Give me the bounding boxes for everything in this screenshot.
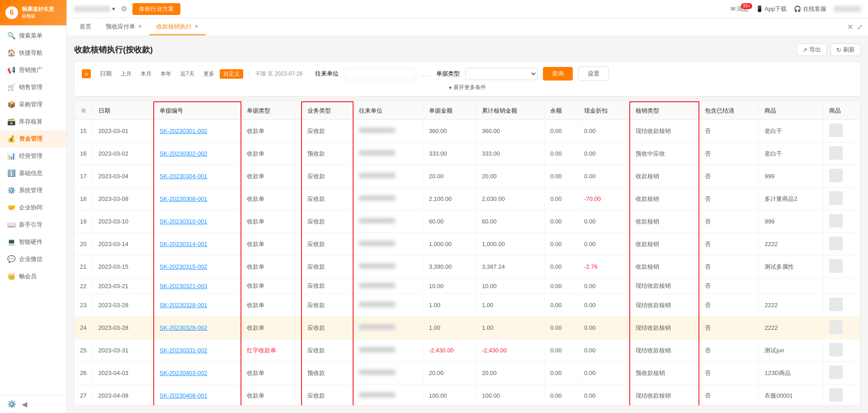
cell-order-no[interactable]: SK-20230328-001 xyxy=(154,294,241,317)
industry-solution-button[interactable]: 体验行业方案 xyxy=(132,3,180,15)
cell-order-no[interactable]: SK-20230314-001 xyxy=(154,233,241,256)
cell-product2 xyxy=(824,385,860,406)
tab-verify[interactable]: 收款核销执行 ✕ xyxy=(149,19,206,35)
tab-expand-icon[interactable]: ⤢ xyxy=(857,23,863,31)
cell-order-no[interactable]: SK-20230315-002 xyxy=(154,256,241,278)
cart-icon: 🛒 xyxy=(7,83,15,91)
cell-biz-type: 应收款 xyxy=(302,317,354,339)
cell-doc-type: 收款单 xyxy=(241,120,302,142)
date-btn-more[interactable]: 更多 xyxy=(200,69,218,79)
cell-order-no[interactable]: SK-20230302-002 xyxy=(154,142,241,165)
tab-home[interactable]: 首页 xyxy=(72,19,99,35)
cell-order-no[interactable]: SK-20230308-001 xyxy=(154,188,241,210)
tab-prepayment[interactable]: 预收应付单 ✕ xyxy=(99,19,149,35)
sidebar-item-marketing[interactable]: 📢 营销推广 xyxy=(0,62,66,79)
messages-badge[interactable]: ✉ 消息 99+ xyxy=(731,5,749,13)
dropdown-arrow-icon: ▾ xyxy=(112,5,115,12)
cell-verified-amount: 60.00 xyxy=(476,210,545,233)
col-header-balance: 余额 xyxy=(545,102,579,120)
sidebar-item-inventory[interactable]: 🗃️ 库存核算 xyxy=(0,113,66,130)
cell-product1: 多计量商品2 xyxy=(759,188,824,210)
cell-order-no[interactable]: SK-20230301-002 xyxy=(154,120,241,142)
cell-product2 xyxy=(824,339,860,362)
cell-doc-type: 收款单 xyxy=(241,188,302,210)
cell-balance: 0.00 xyxy=(545,385,579,406)
cell-order-no[interactable]: SK-20230304-001 xyxy=(154,165,241,188)
table-row: 152023-03-01SK-20230301-002收款单应收款360.003… xyxy=(75,120,860,142)
cell-cash-discount: 0.00 xyxy=(579,120,630,142)
cell-partner xyxy=(353,317,423,339)
workspace-dropdown[interactable]: ▾ xyxy=(74,5,115,12)
sidebar-item-guide[interactable]: 📖 新手引导 xyxy=(0,216,66,233)
sidebar-label-basic: 基础信息 xyxy=(19,169,42,177)
sidebar-item-quick-nav[interactable]: 🏠 快捷导航 xyxy=(0,44,66,62)
cell-order-no[interactable]: SK-20230310-001 xyxy=(154,210,241,233)
expand-conditions-button[interactable]: ▾ 展开更多条件 xyxy=(449,84,486,91)
sidebar-item-member[interactable]: 👑 畅会员 xyxy=(0,268,66,285)
tab-close-all-icon[interactable]: ✕ xyxy=(847,23,853,31)
sidebar-item-hardware[interactable]: 💻 智能硬件 xyxy=(0,233,66,251)
date-btn-this-month[interactable]: 本月 xyxy=(137,69,155,79)
table-row: 252023-03-31SK-20230331-002红字收款单应收款-2,43… xyxy=(75,339,860,362)
cell-partner xyxy=(353,142,423,165)
tab-prepayment-close[interactable]: ✕ xyxy=(138,24,142,29)
date-btn-custom[interactable]: 自定义 xyxy=(220,69,243,79)
partner-input[interactable] xyxy=(344,68,416,80)
settings-button[interactable]: 设置 xyxy=(578,66,609,81)
table-row: 182023-03-08SK-20230308-001收款单应收款2,100.0… xyxy=(75,188,860,210)
sidebar-item-search[interactable]: 🔍 搜索菜单 xyxy=(0,27,66,44)
cell-order-no[interactable]: SK-20230331-002 xyxy=(154,339,241,362)
cell-partner xyxy=(353,120,423,142)
table-row: 222023-03-21SK-20230321-003收款单应收款10.0010… xyxy=(75,278,860,294)
cell-verify-type: 预收款核销 xyxy=(630,362,699,385)
col-header-settings[interactable]: ⚙ xyxy=(75,102,93,120)
tab-home-label: 首页 xyxy=(80,23,91,31)
cell-verified-amount: 10.00 xyxy=(476,278,545,294)
cell-cash-discount: -70.00 xyxy=(579,188,630,210)
online-service-link[interactable]: 🎧 在线客服 xyxy=(794,5,826,13)
tab-verify-close[interactable]: ✕ xyxy=(194,24,198,29)
sidebar-label-hardware: 智能硬件 xyxy=(19,238,42,246)
refresh-button[interactable]: ↻ 刷新 xyxy=(830,43,861,56)
cell-order-no[interactable]: SK-20230403-002 xyxy=(154,362,241,385)
settings-icon[interactable]: ⚙ xyxy=(121,5,127,13)
date-btn-last-month[interactable]: 上月 xyxy=(117,69,135,79)
cell-product1: 123D商品 xyxy=(759,362,824,385)
sidebar-item-wechat[interactable]: 💬 企业微信 xyxy=(0,251,66,268)
filter-toggle-button[interactable]: » xyxy=(82,69,91,78)
cell-biz-type: 应收款 xyxy=(302,278,354,294)
cell-balance: 0.00 xyxy=(545,362,579,385)
date-btn-this-year[interactable]: 本年 xyxy=(157,69,175,79)
user-avatar[interactable] xyxy=(834,6,861,12)
cell-product2 xyxy=(824,142,860,165)
sidebar-item-operations[interactable]: 📊 经营管理 xyxy=(0,147,66,165)
sidebar-item-system[interactable]: ⚙️ 系统管理 xyxy=(0,182,66,199)
sidebar: 6 畅康道好生意 标推版 🔍 搜索菜单 🏠 快捷导航 📢 营销推广 🛒 销售管理… xyxy=(0,0,67,413)
header-right-actions: ✉ 消息 99+ 📱 App下载 🎧 在线客服 xyxy=(731,5,861,13)
cell-order-no[interactable]: SK-20230321-003 xyxy=(154,278,241,294)
cell-cash-discount: -2.76 xyxy=(579,256,630,278)
sidebar-item-basic[interactable]: ℹ️ 基础信息 xyxy=(0,165,66,182)
cell-order-no[interactable]: SK-20230408-001 xyxy=(154,385,241,406)
doc-type-select[interactable] xyxy=(465,68,538,80)
sidebar-item-enterprise[interactable]: 🤝 企业协同 xyxy=(0,199,66,216)
collapse-icon[interactable]: ◀ xyxy=(22,400,27,408)
settings-bottom-icon[interactable]: ⚙️ xyxy=(7,400,16,408)
home-icon: 🏠 xyxy=(7,49,15,57)
cell-order-no[interactable]: SK-20230328-002 xyxy=(154,317,241,339)
app-download-link[interactable]: 📱 App下载 xyxy=(756,5,787,13)
query-button[interactable]: 查询 xyxy=(543,67,573,81)
cell-verify-type: 现结收款核销 xyxy=(630,278,699,294)
cell-product2 xyxy=(824,294,860,317)
sidebar-label-guide: 新手引导 xyxy=(19,221,42,229)
export-button[interactable]: ↗ 导出 xyxy=(797,43,827,56)
sidebar-item-finance[interactable]: 💰 资金管理 xyxy=(0,130,66,147)
sidebar-item-purchase[interactable]: 📦 采购管理 xyxy=(0,96,66,113)
crown-icon: 👑 xyxy=(7,272,15,280)
cell-amount: -2,430.00 xyxy=(423,339,476,362)
cell-biz-type: 预收款 xyxy=(302,142,354,165)
cell-partner xyxy=(353,278,423,294)
sidebar-item-sales[interactable]: 🛒 销售管理 xyxy=(0,79,66,96)
tab-bar: 首页 预收应付单 ✕ 收款核销执行 ✕ ✕ ⤢ xyxy=(67,18,868,36)
date-btn-7days[interactable]: 近7天 xyxy=(177,69,198,79)
